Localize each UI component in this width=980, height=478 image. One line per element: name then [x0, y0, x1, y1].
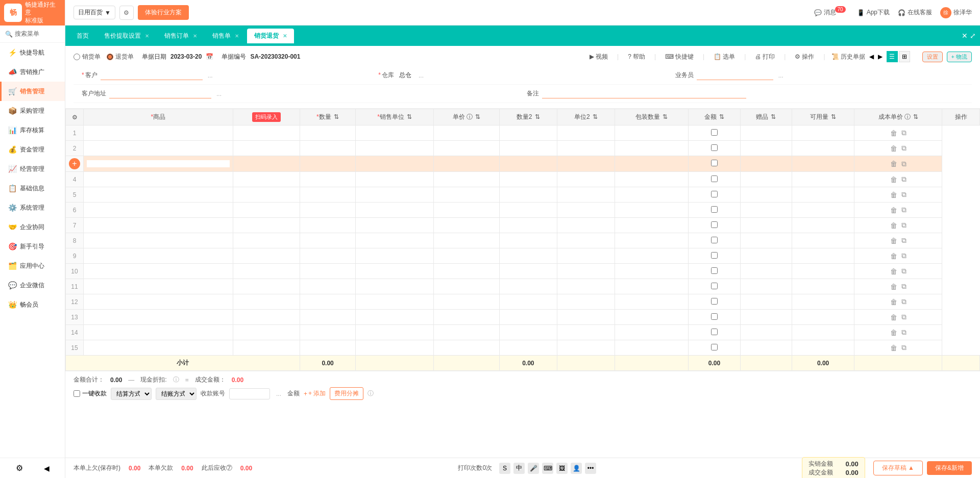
sidebar-collapse-icon[interactable]: ◀	[44, 464, 50, 472]
gift-checkbox[interactable]	[711, 344, 718, 350]
operate-button[interactable]: ⚙ 操作	[792, 52, 817, 62]
amount-cell[interactable]	[615, 325, 689, 340]
cost-price-cell[interactable]	[792, 172, 854, 187]
cost-price-cell[interactable]	[792, 156, 854, 172]
qty2-cell[interactable]	[434, 310, 500, 325]
price-cell[interactable]	[356, 172, 434, 187]
qty-cell[interactable]	[233, 233, 300, 248]
qty2-cell[interactable]	[434, 340, 500, 356]
pack-qty-cell[interactable]	[557, 294, 615, 310]
unit-cell[interactable]	[300, 172, 356, 187]
product-cell[interactable]	[84, 340, 233, 356]
available-cell[interactable]	[740, 187, 792, 203]
gift-checkbox[interactable]	[711, 237, 718, 243]
pack-qty-cell[interactable]	[557, 233, 615, 248]
amount-cell[interactable]	[615, 203, 689, 218]
price-cell[interactable]	[356, 203, 434, 218]
staff-dots[interactable]: ...	[776, 72, 786, 79]
amount-cell[interactable]	[615, 294, 689, 310]
gift-cell[interactable]	[689, 187, 740, 203]
price-cell[interactable]	[356, 279, 434, 294]
unit-cell[interactable]	[300, 218, 356, 233]
radio-sale[interactable]: 销货单	[74, 53, 101, 61]
product-cell[interactable]	[84, 325, 233, 340]
unit-cell[interactable]	[300, 248, 356, 264]
summary-method-select[interactable]: 结账方式	[156, 388, 197, 400]
pack-qty-cell[interactable]	[557, 264, 615, 279]
gift-cell[interactable]	[689, 294, 740, 310]
gift-checkbox[interactable]	[711, 329, 718, 335]
copy-row-button[interactable]: ⧉	[900, 128, 908, 138]
cost-price-cell[interactable]	[792, 294, 854, 310]
unit2-cell[interactable]	[499, 294, 557, 310]
sidebar-item-finance[interactable]: 💰 资金管理	[0, 140, 65, 159]
cost-info-icon[interactable]: ⓘ	[904, 113, 911, 120]
delete-row-button[interactable]: 🗑	[889, 220, 898, 231]
gift-checkbox[interactable]	[711, 191, 718, 197]
delete-row-button[interactable]: 🗑	[889, 128, 898, 138]
sidebar-item-apps[interactable]: 🗂️ 应用中心	[0, 256, 65, 275]
product-input[interactable]	[87, 160, 230, 167]
qty2-cell[interactable]	[434, 233, 500, 248]
one-key-pay-checkbox[interactable]	[74, 390, 80, 397]
gift-checkbox[interactable]	[711, 206, 718, 213]
add-row-button[interactable]: +	[69, 158, 80, 169]
col-scan-header[interactable]: 扫码录入	[233, 109, 300, 125]
delete-row-button[interactable]: 🗑	[889, 296, 898, 307]
price-cell[interactable]	[356, 325, 434, 340]
unit-cell[interactable]	[300, 294, 356, 310]
bottom-icon-mic[interactable]: 🎤	[528, 463, 539, 474]
product-cell[interactable]	[84, 279, 233, 294]
cost-price-cell[interactable]	[792, 248, 854, 264]
next-history-icon[interactable]: ▶	[878, 53, 883, 60]
gift-cell[interactable]	[689, 264, 740, 279]
help-button[interactable]: ? 帮助	[625, 52, 648, 62]
radio-return[interactable]: 退货单	[107, 53, 134, 61]
delete-row-button[interactable]: 🗑	[889, 250, 898, 261]
amount-cell[interactable]	[615, 310, 689, 325]
amount-cell[interactable]	[615, 156, 689, 172]
pack-qty-cell[interactable]	[557, 156, 615, 172]
qty2-cell[interactable]	[434, 203, 500, 218]
history-button[interactable]: 📜 历史单据	[831, 53, 865, 61]
customer-input[interactable]	[101, 70, 203, 80]
copy-row-button[interactable]: ⧉	[900, 281, 908, 292]
unit2-cell[interactable]	[499, 203, 557, 218]
copy-row-button[interactable]: ⧉	[900, 266, 908, 276]
save-new-button[interactable]: 保存&新增	[927, 461, 972, 475]
cost-price-cell[interactable]	[792, 264, 854, 279]
qty-cell[interactable]	[233, 203, 300, 218]
calc-method-select[interactable]: 结算方式	[111, 388, 152, 400]
price-cell[interactable]	[356, 218, 434, 233]
cost-price-cell[interactable]	[792, 218, 854, 233]
product-cell[interactable]	[84, 203, 233, 218]
cost-price-cell[interactable]	[792, 340, 854, 356]
product-cell[interactable]	[84, 187, 233, 203]
unit-cell[interactable]	[300, 279, 356, 294]
product-cell[interactable]	[84, 218, 233, 233]
account-dots[interactable]: ...	[274, 390, 283, 397]
sidebar-item-marketing[interactable]: 📣 营销推广	[0, 62, 65, 82]
available-cell[interactable]	[740, 203, 792, 218]
unit2-cell[interactable]	[499, 156, 557, 172]
qty2-cell[interactable]	[434, 248, 500, 264]
settings-button[interactable]: 设置	[922, 52, 943, 62]
qty-cell[interactable]	[233, 172, 300, 187]
qty2-cell[interactable]	[434, 325, 500, 340]
qty-cell[interactable]	[233, 156, 300, 172]
unit2-cell[interactable]	[499, 218, 557, 233]
select-order-button[interactable]: 📋 选单	[710, 52, 738, 62]
product-cell[interactable]	[84, 172, 233, 187]
search-menu-item[interactable]: 🔍 搜索菜单	[0, 26, 65, 43]
gift-cell[interactable]	[689, 325, 740, 340]
gift-cell[interactable]	[689, 156, 740, 172]
unit-cell[interactable]	[300, 310, 356, 325]
qty-cell[interactable]	[233, 248, 300, 264]
account-input[interactable]	[229, 388, 270, 399]
gift-checkbox[interactable]	[711, 175, 718, 182]
price-cell[interactable]	[356, 125, 434, 141]
bottom-icon-more[interactable]: •••	[585, 463, 596, 474]
price-cell[interactable]	[356, 156, 434, 172]
available-cell[interactable]	[740, 264, 792, 279]
price-cell[interactable]	[356, 340, 434, 356]
